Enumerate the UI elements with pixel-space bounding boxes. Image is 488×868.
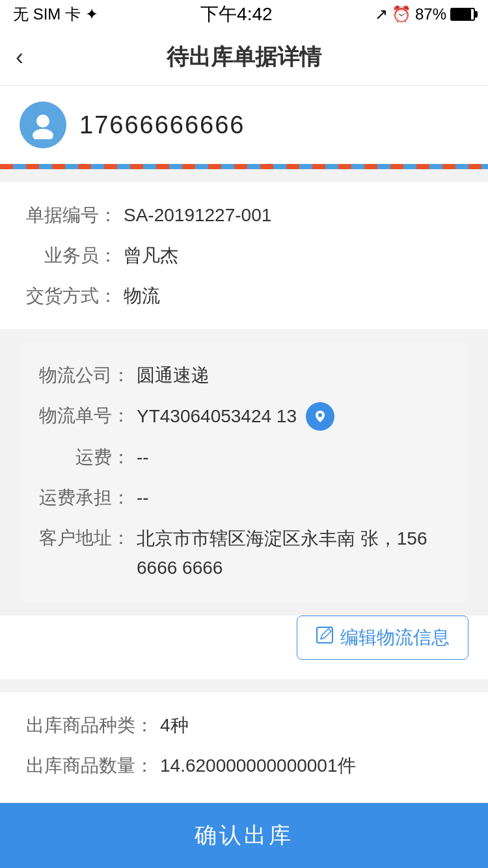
delivery-method-row: 交货方式： 物流 bbox=[26, 282, 462, 310]
svg-point-0 bbox=[36, 115, 49, 128]
delivery-method-value: 物流 bbox=[124, 282, 462, 310]
section-divider-1 bbox=[0, 679, 488, 692]
edit-logistics-button[interactable]: 编辑物流信息 bbox=[297, 616, 468, 660]
logistics-tracking-value: YT43064053424 13 bbox=[137, 402, 449, 431]
order-info-section: 单据编号： SA-20191227-001 业务员： 曾凡杰 交货方式： 物流 bbox=[0, 182, 488, 329]
sales-person-value: 曾凡杰 bbox=[124, 242, 462, 269]
product-type-value: 4种 bbox=[160, 712, 462, 739]
battery-text: 87% bbox=[415, 5, 446, 23]
location-icon: ↗ bbox=[375, 5, 388, 23]
product-quantity-row: 出库商品数量： 14.620000000000001件 bbox=[26, 752, 462, 780]
pin-svg bbox=[313, 409, 327, 424]
customer-phone: 17666666666 bbox=[79, 111, 245, 139]
product-type-label: 出库商品种类： bbox=[26, 712, 154, 739]
logistics-address-label: 客户地址： bbox=[39, 524, 130, 552]
logistics-freight-row: 运费： -- bbox=[39, 444, 449, 471]
logistics-company-value: 圆通速递 bbox=[137, 362, 449, 389]
sales-person-row: 业务员： 曾凡杰 bbox=[26, 242, 462, 269]
status-time: 下午4:42 bbox=[200, 2, 273, 27]
delivery-method-label: 交货方式： bbox=[26, 282, 117, 310]
product-quantity-value: 14.620000000000001件 bbox=[160, 752, 462, 780]
logistics-freight-bearer-value: -- bbox=[137, 484, 449, 511]
logistics-freight-value: -- bbox=[137, 444, 449, 471]
product-section: 出库商品种类： 4种 出库商品数量： 14.620000000000001件 bbox=[0, 692, 488, 799]
logistics-freight-label: 运费： bbox=[39, 444, 130, 471]
logistics-tracking-label: 物流单号： bbox=[39, 402, 130, 429]
dashed-divider bbox=[0, 164, 488, 169]
document-number-value: SA-20191227-001 bbox=[124, 202, 462, 229]
logistics-freight-bearer-label: 运费承担： bbox=[39, 484, 130, 511]
product-quantity-label: 出库商品数量： bbox=[26, 752, 154, 780]
product-type-row: 出库商品种类： 4种 bbox=[26, 712, 462, 739]
customer-card: 17666666666 bbox=[0, 86, 488, 164]
alarm-icon: ⏰ bbox=[392, 5, 411, 23]
sim-text: 无 SIM 卡 ✦ bbox=[13, 4, 98, 25]
edit-btn-wrap: 编辑物流信息 bbox=[0, 616, 488, 679]
status-right: ↗ ⏰ 87% bbox=[375, 5, 475, 23]
logistics-address-row: 客户地址： 北京市市辖区海淀区永丰南 张，156 6666 6666 bbox=[39, 524, 449, 583]
logistics-address-value: 北京市市辖区海淀区永丰南 张，156 6666 6666 bbox=[137, 524, 449, 583]
edit-icon bbox=[316, 626, 334, 649]
svg-point-3 bbox=[318, 413, 322, 417]
document-number-row: 单据编号： SA-20191227-001 bbox=[26, 202, 462, 229]
status-left: 无 SIM 卡 ✦ bbox=[13, 4, 98, 25]
confirm-btn-bar[interactable]: 确认出库 bbox=[0, 803, 488, 868]
nav-bar: ‹ 待出库单据详情 bbox=[0, 29, 488, 86]
logistics-tracking-row: 物流单号： YT43064053424 13 bbox=[39, 402, 449, 431]
svg-point-1 bbox=[33, 129, 53, 139]
confirm-btn-text: 确认出库 bbox=[195, 821, 293, 850]
location-pin-icon[interactable] bbox=[306, 402, 334, 431]
logistics-company-label: 物流公司： bbox=[39, 362, 130, 389]
battery-icon bbox=[450, 8, 475, 21]
status-bar: 无 SIM 卡 ✦ 下午4:42 ↗ ⏰ 87% bbox=[0, 0, 488, 29]
document-number-label: 单据编号： bbox=[26, 202, 117, 229]
edit-logistics-label: 编辑物流信息 bbox=[340, 625, 450, 650]
user-icon bbox=[29, 111, 57, 139]
logistics-freight-bearer-row: 运费承担： -- bbox=[39, 484, 449, 511]
avatar bbox=[20, 102, 66, 148]
logistics-card: 物流公司： 圆通速递 物流单号： YT43064053424 13 运费： --… bbox=[20, 342, 468, 603]
page-title: 待出库单据详情 bbox=[167, 42, 321, 72]
back-button[interactable]: ‹ bbox=[16, 44, 23, 71]
sales-person-label: 业务员： bbox=[26, 242, 117, 269]
logistics-company-row: 物流公司： 圆通速递 bbox=[39, 362, 449, 389]
